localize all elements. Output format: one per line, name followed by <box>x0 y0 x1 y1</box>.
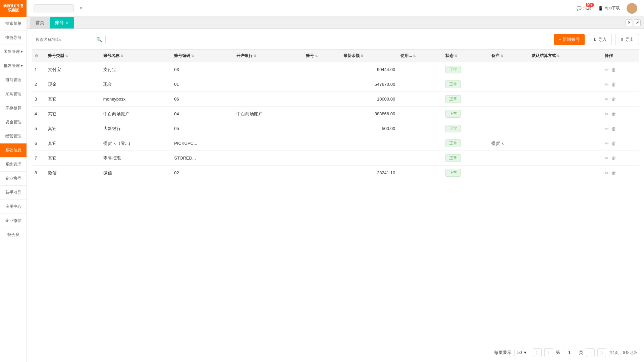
sort-icon-bank: ⇅ <box>254 54 256 58</box>
sidebar-item-basic-info[interactable]: 基础信息 <box>0 143 26 158</box>
cell-usage <box>398 92 443 107</box>
edit-btn[interactable]: ✏ <box>605 156 609 161</box>
sidebar-item-inventory[interactable]: 库存核算 <box>0 101 26 115</box>
sidebar-item-purchase[interactable]: 采购管理 <box>0 87 26 101</box>
table-row: 4 其它 中百商场账户 04 中百商场账户 383866.00 正常 ✏ 🗑 <box>32 107 639 121</box>
sidebar-item-quick-nav[interactable]: 快捷导航 <box>0 31 26 45</box>
sidebar-item-finance[interactable]: 资金管理 <box>0 115 26 129</box>
cell-account <box>303 62 341 77</box>
col-account[interactable]: 账号⇅ <box>303 50 341 62</box>
sidebar-item-operations[interactable]: 经营管理 <box>0 129 26 143</box>
sidebar-item-retail[interactable]: 零售管理 ▾ <box>0 45 26 59</box>
app-download-button[interactable]: 📱 App下载 <box>598 5 620 11</box>
col-bank[interactable]: 开户银行⇅ <box>234 50 303 62</box>
cell-actions: ✏ 🗑 <box>602 107 639 121</box>
delete-btn[interactable]: 🗑 <box>611 156 616 161</box>
edit-btn[interactable]: ✏ <box>605 111 609 117</box>
col-settlement[interactable]: 默认结算方式⇅ <box>529 50 602 62</box>
sort-icon-code: ⇅ <box>191 54 194 58</box>
edit-btn[interactable]: ✏ <box>605 141 609 146</box>
sort-icon-balance: ⇅ <box>361 54 363 58</box>
cell-code: STORED... <box>171 151 234 166</box>
tab-close-icon[interactable]: ✕ <box>65 20 69 25</box>
col-usage[interactable]: 使用...⇅ <box>398 50 443 62</box>
cell-type: 其它 <box>45 121 101 136</box>
import-button[interactable]: ⬇ 导入 <box>588 34 612 45</box>
sidebar-item-member[interactable]: 畅会员 <box>0 228 26 242</box>
prev-page-btn[interactable]: ⟨ <box>544 348 553 357</box>
cell-bank <box>234 151 303 166</box>
per-page-select[interactable]: 50 ▼ <box>514 349 530 356</box>
search-icon[interactable]: 🔍 <box>96 37 102 42</box>
cell-status: 正常 <box>443 136 488 151</box>
col-code[interactable]: 账号编码⇅ <box>171 50 234 62</box>
delete-btn[interactable]: 🗑 <box>611 97 616 102</box>
cell-bank <box>234 92 303 107</box>
window-expand-btn[interactable]: ⤢ <box>634 19 641 26</box>
edit-btn[interactable]: ✏ <box>605 170 609 176</box>
edit-btn[interactable]: ✏ <box>605 126 609 131</box>
cell-id: 2 <box>32 77 45 92</box>
window-close-btn[interactable]: ✕ <box>626 19 632 26</box>
cell-code: PICKUPC... <box>171 136 234 151</box>
sidebar-item-system[interactable]: 系统管理 <box>0 158 26 172</box>
delete-btn[interactable]: 🗑 <box>611 126 616 131</box>
settings-icon[interactable]: ⚙ <box>35 54 38 58</box>
cell-name: 微信 <box>101 166 171 180</box>
col-usage-label: 使用... <box>400 53 412 59</box>
add-account-button[interactable]: + 新增账号 <box>554 34 585 45</box>
cell-name: 零售抵现 <box>101 151 171 166</box>
sidebar-item-search-menu[interactable]: 搜索菜单 <box>0 17 26 31</box>
col-remark[interactable]: 备注⇅ <box>489 50 529 62</box>
last-page-btn[interactable]: ⟩⟩ <box>597 348 606 357</box>
sidebar-item-app-center[interactable]: 应用中心 <box>0 200 26 214</box>
search-input[interactable] <box>36 37 94 42</box>
delete-btn[interactable]: 🗑 <box>611 111 616 117</box>
sidebar-item-guide[interactable]: 新手引导 <box>0 186 26 200</box>
col-type[interactable]: 账号类型⇅ <box>45 50 101 62</box>
sidebar-item-enterprise-collab[interactable]: 企业协同 <box>0 172 26 186</box>
cell-status: 正常 <box>443 77 488 92</box>
top-bar: ▼ 💬 消息 99+ 📱 App下载 <box>27 0 644 17</box>
cell-remark: 提货卡 <box>489 136 529 151</box>
cell-bank <box>234 166 303 180</box>
sort-icon-settlement: ⇅ <box>557 54 559 58</box>
edit-btn[interactable]: ✏ <box>605 97 609 102</box>
cell-code: 01 <box>171 77 234 92</box>
tab-home[interactable]: 首页 <box>30 17 50 28</box>
page-total: 共1页，8条记录 <box>609 350 637 356</box>
edit-btn[interactable]: ✏ <box>605 82 609 87</box>
cell-code: 05 <box>171 121 234 136</box>
first-page-btn[interactable]: ⟨⟨ <box>533 348 542 357</box>
col-status[interactable]: 状态⇅ <box>443 50 488 62</box>
cell-balance: 10000.00 <box>341 92 398 107</box>
col-balance[interactable]: 最新余额⇅ <box>341 50 398 62</box>
sort-icon-name: ⇅ <box>120 54 123 58</box>
col-name[interactable]: 账号名称⇅ <box>101 50 171 62</box>
cell-type: 其它 <box>45 151 101 166</box>
cell-status: 正常 <box>443 121 488 136</box>
avatar[interactable] <box>627 3 637 14</box>
tab-bar: 首页 账号 ✕ ✕ ⤢ <box>27 17 644 29</box>
top-search-input[interactable] <box>34 4 74 12</box>
page-input[interactable] <box>563 349 576 356</box>
cell-usage <box>398 166 443 180</box>
cell-id: 6 <box>32 136 45 151</box>
tab-account[interactable]: 账号 ✕ <box>50 17 74 28</box>
edit-btn[interactable]: ✏ <box>605 67 609 72</box>
message-button[interactable]: 💬 消息 99+ <box>577 5 591 11</box>
app-download-label: App下载 <box>605 5 620 11</box>
sidebar-item-ecommerce[interactable]: 电商管理 <box>0 73 26 87</box>
export-button[interactable]: ⬆ 导出 <box>615 34 639 45</box>
table-body: 1 支付宝 支付宝 03 -90444.00 正常 ✏ 🗑 2 现金 现金 01… <box>32 62 639 180</box>
delete-btn[interactable]: 🗑 <box>611 141 616 146</box>
cell-settlement <box>529 166 602 180</box>
dropdown-icon[interactable]: ▼ <box>79 6 83 11</box>
delete-btn[interactable]: 🗑 <box>611 67 616 72</box>
delete-btn[interactable]: 🗑 <box>611 82 616 87</box>
cell-status: 正常 <box>443 107 488 121</box>
delete-btn[interactable]: 🗑 <box>611 170 616 176</box>
next-page-btn[interactable]: ⟩ <box>586 348 595 357</box>
sidebar-item-wholesale[interactable]: 批发管理 ▾ <box>0 59 26 73</box>
sidebar-item-enterprise-wechat[interactable]: 企业微信 <box>0 214 26 228</box>
